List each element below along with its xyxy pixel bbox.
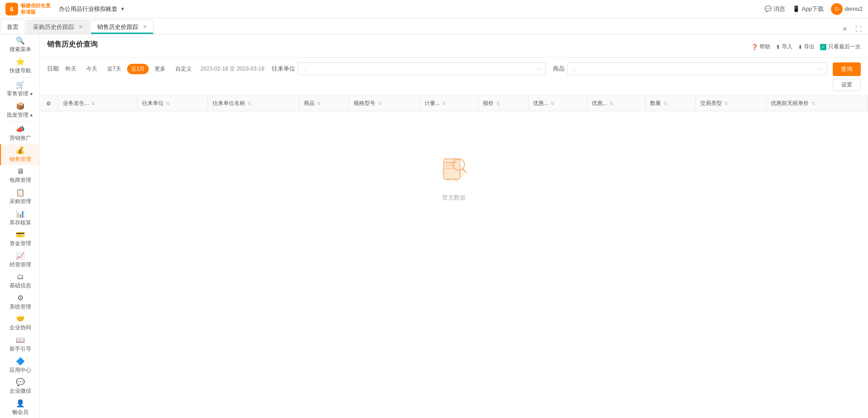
col-unit-measure[interactable]: 计量... ⇅ <box>420 96 478 111</box>
sidebar-purchase-label: 采购管理 <box>9 198 31 205</box>
date-btn-7days[interactable]: 近7天 <box>103 64 125 74</box>
col-discount2[interactable]: 优惠... ⇅ <box>587 96 646 111</box>
guide-icon: 📖 <box>16 336 25 344</box>
sidebar-item-base-info[interactable]: 🗂 基础信息 <box>0 271 39 292</box>
sidebar-item-sales-mgmt[interactable]: 💰 销售管理 <box>0 144 39 166</box>
sidebar-operations-label: 经营管理 <box>9 261 31 269</box>
sidebar-divider-2 <box>4 122 36 122</box>
col-quantity-label: 数量 <box>650 100 661 106</box>
sidebar-item-wechat[interactable]: 💬 企业微信 <box>0 376 39 397</box>
col-unit-code-label: 往来单位 <box>142 100 164 106</box>
avatar: D <box>831 3 843 15</box>
maximize-btn[interactable]: ⛶ <box>854 24 863 34</box>
col-goods[interactable]: 商品 ⇅ <box>299 96 349 111</box>
topbar-right: 💬 消息 📱 App下载 D demo2 <box>764 3 863 15</box>
col-trade-type[interactable]: 交易类型 ⇅ <box>696 96 766 111</box>
col-pretax-price[interactable]: 优惠前无税单价 ⇅ <box>766 96 868 111</box>
base-info-icon: 🗂 <box>17 273 24 281</box>
tab-home-label: 首页 <box>7 23 19 31</box>
col-spec[interactable]: 规格型号 ⇅ <box>349 96 420 111</box>
query-button[interactable]: 查询 <box>833 62 861 76</box>
col-unit-name[interactable]: 往来单位名称 ⇅ <box>208 96 299 111</box>
sidebar-item-wholesale[interactable]: 📦 批发管理▲ <box>0 100 39 121</box>
sidebar-item-operations[interactable]: 📈 经营管理 <box>0 250 39 271</box>
topbar: 6 畅捷信好生意 标准版 办公用品行业模拟账套 ▾ 💬 消息 📱 App下载 D… <box>0 0 868 18</box>
tab-purchase-close[interactable]: ✕ <box>79 24 83 30</box>
sidebar-item-search[interactable]: 🔍 搜索菜单 <box>0 34 39 56</box>
user-menu[interactable]: D demo2 <box>831 3 863 15</box>
goods-input[interactable]: ... ··· <box>567 62 827 75</box>
wholesale-icon: 📦 <box>16 102 25 110</box>
tab-sales-history[interactable]: 销售历史价跟踪 ✕ <box>90 19 154 34</box>
import-icon: ⬆ <box>776 44 780 50</box>
active-tab-indicator <box>91 33 153 34</box>
table-head: ⚙ 业务发生... ⇅ 往来单位 ⇅ 往来单位名称 ⇅ <box>40 96 868 111</box>
app-title-dropdown[interactable]: ▾ <box>121 5 124 12</box>
date-btn-today[interactable]: 今天 <box>82 64 101 74</box>
marketing-icon: 📣 <box>16 125 25 133</box>
sidebar-quick-nav-label: 快捷导航 <box>9 67 31 75</box>
tab-sales-close[interactable]: ✕ <box>143 24 147 30</box>
finance-icon: 💳 <box>16 230 25 239</box>
sidebar-item-apps[interactable]: 🔷 应用中心 <box>0 355 39 376</box>
sidebar-item-purchase[interactable]: 📋 采购管理 <box>0 186 39 208</box>
sidebar-wholesale-label: 批发管理▲ <box>7 111 33 119</box>
help-icon: ❓ <box>751 44 758 50</box>
col-quantity[interactable]: 数量 ⇅ <box>646 96 696 111</box>
date-btn-more[interactable]: 更多 <box>151 64 170 74</box>
coming-unit-dots[interactable]: ··· <box>537 65 542 72</box>
sidebar-item-inventory[interactable]: 📊 库存核算 <box>0 207 39 228</box>
col-gear[interactable]: ⚙ <box>40 96 58 111</box>
sidebar-item-finance[interactable]: 💳 资金管理 <box>0 228 39 250</box>
settings-button[interactable]: 设置 <box>833 79 861 91</box>
filter-main: 日期 昨天 今天 近7天 近1月 更多 自定义 2023-02-18 至 202… <box>47 62 827 75</box>
close-window-btn[interactable]: ✕ <box>840 24 850 34</box>
sidebar-guide-label: 新手引导 <box>9 345 31 353</box>
date-btn-custom[interactable]: 自定义 <box>171 64 196 74</box>
sidebar-item-guide[interactable]: 📖 新手引导 <box>0 334 39 355</box>
coming-unit-label: 往来单位 <box>272 65 295 73</box>
help-btn[interactable]: ❓ 帮助 <box>751 43 770 51</box>
export-btn[interactable]: ⬇ 导出 <box>798 43 815 51</box>
only-last-check-icon: ✓ <box>820 44 826 50</box>
tab-purchase-label: 采购历史价跟踪 <box>33 23 74 31</box>
sidebar-item-marketing[interactable]: 📣 营销推广 <box>0 123 39 144</box>
inventory-icon: 📊 <box>16 209 25 218</box>
tab-home[interactable]: 首页 <box>0 19 25 34</box>
col-quote-price-label: 报价 <box>483 100 494 106</box>
content-area: 销售历史价查询 ❓ 帮助 ⬆ 导入 ⬇ 导出 ✓ <box>40 34 868 418</box>
sidebar-item-enterprise[interactable]: 🤝 企业协同 <box>0 313 39 334</box>
sidebar-item-quick-nav[interactable]: ⭐ 快捷导航 <box>0 56 39 77</box>
sidebar-item-ecommerce[interactable]: 🖥 电商管理 <box>0 165 39 186</box>
date-buttons: 昨天 今天 近7天 近1月 更多 自定义 <box>61 64 196 74</box>
sidebar-divider-1 <box>4 77 36 78</box>
col-biz-date[interactable]: 业务发生... ⇅ <box>58 96 137 111</box>
sort-icon-pretax-price: ⇅ <box>811 101 815 106</box>
only-last-checkbox[interactable]: ✓ 只看最后一次 <box>820 43 861 51</box>
tab-sales-label: 销售历史价跟踪 <box>97 23 138 31</box>
sidebar-finance-label: 资金管理 <box>9 240 31 247</box>
col-quote-price[interactable]: 报价 ⇅ <box>478 96 528 111</box>
sidebar-item-member[interactable]: 👤 畅会员 <box>0 397 39 418</box>
app-download-btn[interactable]: 📱 App下载 <box>793 5 824 13</box>
empty-text: 暂无数据 <box>442 194 466 202</box>
tab-purchase-history[interactable]: 采购历史价跟踪 ✕ <box>26 19 90 34</box>
enterprise-icon: 🤝 <box>16 314 25 323</box>
message-btn[interactable]: 💬 消息 <box>764 5 785 13</box>
sort-icon-goods: ⇅ <box>317 101 321 106</box>
coming-unit-group: 往来单位 ... ··· <box>272 62 546 75</box>
page-title: 销售历史价查询 <box>47 40 98 49</box>
goods-dots[interactable]: ··· <box>818 65 823 72</box>
sidebar-item-retail[interactable]: 🛒 零售管理▼ <box>0 79 39 100</box>
sidebar-item-system[interactable]: ⚙ 系统管理 <box>0 292 39 313</box>
col-discount1[interactable]: 优惠... ⇅ <box>528 96 587 111</box>
date-label: 日期 <box>47 65 59 73</box>
ecommerce-icon: 🖥 <box>17 167 24 176</box>
sidebar: 🔍 搜索菜单 ⭐ 快捷导航 🛒 零售管理▼ 📦 批发管理▲ 📣 营销推广 💰 销… <box>0 34 40 418</box>
coming-unit-input[interactable]: ... ··· <box>298 62 546 75</box>
col-unit-code[interactable]: 往来单位 ⇅ <box>137 96 208 111</box>
date-btn-1month[interactable]: 近1月 <box>127 64 149 74</box>
import-btn[interactable]: ⬆ 导入 <box>776 43 793 51</box>
date-btn-yesterday[interactable]: 昨天 <box>61 64 80 74</box>
tabsbar-right: ✕ ⛶ <box>835 24 868 34</box>
